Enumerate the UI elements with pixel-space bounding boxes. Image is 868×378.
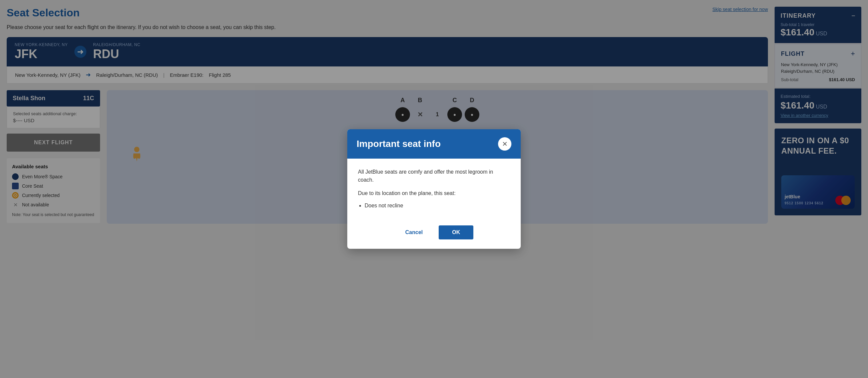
modal-description-2: Due to its location on the plane, this s… bbox=[358, 189, 510, 197]
modal-footer: Cancel OK bbox=[347, 220, 521, 249]
modal-header: Important seat info ✕ bbox=[347, 129, 521, 158]
modal-cancel-button[interactable]: Cancel bbox=[395, 225, 433, 239]
modal-body: All JetBlue seats are comfy and offer th… bbox=[347, 158, 521, 220]
modal-ok-button[interactable]: OK bbox=[439, 225, 473, 239]
modal-bullet-item: Does not recline bbox=[365, 203, 510, 209]
modal-bullet-list: Does not recline bbox=[365, 203, 510, 209]
modal-close-button[interactable]: ✕ bbox=[498, 137, 512, 151]
modal-title: Important seat info bbox=[356, 139, 441, 149]
modal-description-1: All JetBlue seats are comfy and offer th… bbox=[358, 168, 510, 184]
modal-overlay: Important seat info ✕ All JetBlue seats … bbox=[0, 0, 868, 378]
modal-dialog: Important seat info ✕ All JetBlue seats … bbox=[347, 129, 521, 249]
